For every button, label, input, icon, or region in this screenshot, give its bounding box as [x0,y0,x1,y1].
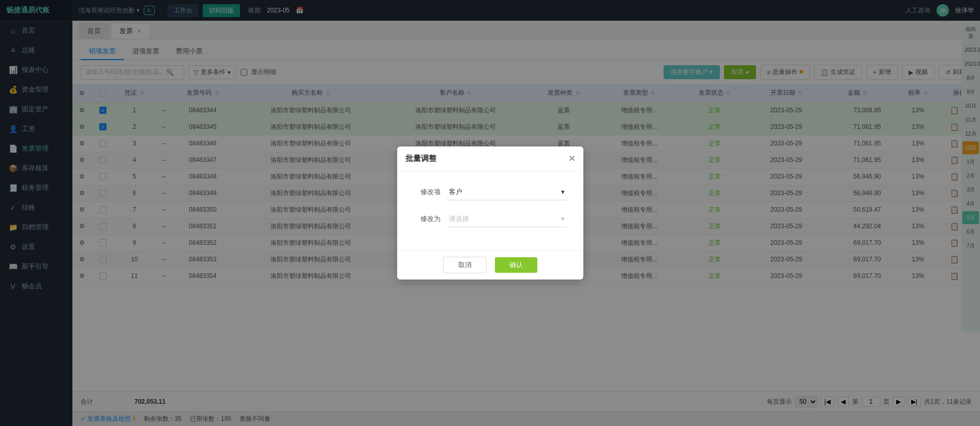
modal-field-value: 客户 [449,187,462,197]
modal-cancel-button[interactable]: 取消 [443,257,487,273]
modal-body: 修改项 客户 ▾ 修改为 请选择 ▾ [397,171,583,250]
modal-footer: 取消 确认 [397,250,583,280]
field-dropdown-icon: ▾ [561,188,565,196]
modal-value-row: 修改为 请选择 ▾ [414,211,567,227]
value-dropdown-icon: ▾ [561,215,565,223]
modal-close-icon[interactable]: ✕ [568,154,575,164]
modal-title: 批量调整 [405,154,436,164]
modal-value-label: 修改为 [414,214,441,224]
modal-value-placeholder: 请选择 [449,214,469,224]
modal-header: 批量调整 ✕ [397,146,583,171]
modal-overlay[interactable]: 批量调整 ✕ 修改项 客户 ▾ 修改为 请选择 ▾ 取消 确认 [0,0,980,426]
modal-field-select[interactable]: 客户 ▾ [447,184,567,200]
modal-field-label: 修改项 [414,187,441,197]
modal-field-row: 修改项 客户 ▾ [414,184,567,200]
modal-value-select[interactable]: 请选择 ▾ [447,211,567,227]
modal-confirm-button[interactable]: 确认 [495,257,537,273]
batch-adjust-modal: 批量调整 ✕ 修改项 客户 ▾ 修改为 请选择 ▾ 取消 确认 [397,146,583,280]
